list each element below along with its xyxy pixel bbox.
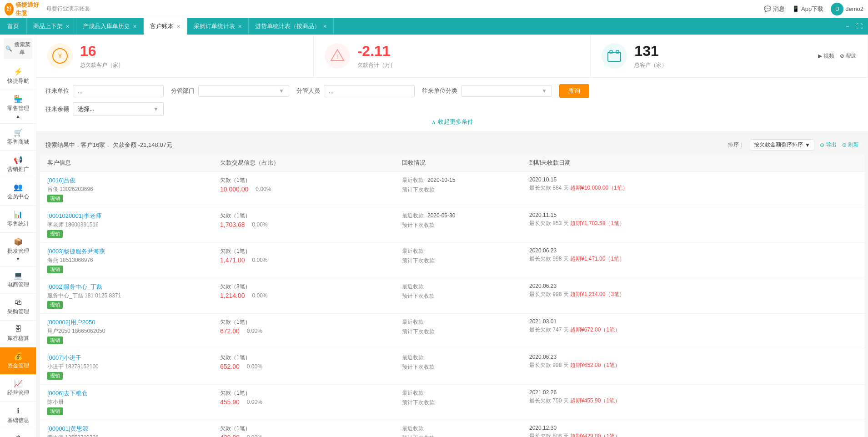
sidebar-item-ecommerce[interactable]: 💻 电商管理: [0, 266, 36, 294]
tabs-bar-right: － ⛶: [843, 21, 868, 31]
sidebar-item-operations[interactable]: 📈 经营管理: [0, 375, 36, 402]
th-due-date: 到期未收款日期: [529, 159, 857, 167]
sidebar-item-retail-mall[interactable]: 🛒 零售商城: [0, 124, 36, 151]
overdue-link-6[interactable]: 超期¥652.00（1笔）: [570, 362, 620, 368]
sidebar-item-inventory[interactable]: 🗄 库存核算: [0, 321, 36, 347]
sidebar-item-basic-info[interactable]: ℹ 基础信息: [0, 402, 36, 429]
help-btn[interactable]: ⊘ 帮助: [840, 52, 857, 60]
overdue-link-5[interactable]: 超期¥672.00（1笔）: [570, 326, 620, 333]
customer-name-1[interactable]: [0016]吕俊: [47, 176, 220, 185]
result-bar: 搜索结果中，客户16家， 欠款金额 -21,148.07元 排序： 按欠款金额倒…: [36, 136, 868, 154]
recovery-6: 最近收款 预计下次收款: [402, 354, 529, 371]
tab-customer-account-close[interactable]: ✕: [176, 24, 181, 30]
stat-label-total-customers: 总客户（家）: [634, 61, 667, 69]
stat-card-debt-total: ! -2.11 欠款合计（万）: [314, 35, 591, 77]
sidebar-item-finance[interactable]: 💰 资金管理: [0, 347, 36, 375]
tabs-minimize[interactable]: －: [843, 21, 853, 31]
overdue-info-7: 最长欠款 750 天 超期¥455.90（1笔）: [529, 397, 857, 405]
stat-info-total-customers: 131 总客户（家）: [634, 43, 667, 69]
tab-products-close[interactable]: ✕: [65, 24, 70, 30]
next-label-8: 预计下次收款: [402, 434, 529, 437]
customer-name-2[interactable]: [0001020001]李老师: [47, 212, 220, 220]
table-row-7: [0006]去下粮仓 陈小册 现销 欠款（1笔） 455.90 0.00%: [40, 385, 864, 420]
tab-purchase-stats-close[interactable]: ✕: [323, 24, 327, 30]
message-btn[interactable]: 💬 消息: [764, 5, 785, 13]
debt-percent-8: 0.00%: [247, 434, 262, 437]
collapse-btn[interactable]: ∧ 收起更多条件: [431, 118, 473, 126]
top-bar-left: 好 畅捷通好生意 母婴行业演示账套: [5, 1, 90, 17]
tab-production-close[interactable]: ✕: [133, 24, 137, 30]
overdue-link-1[interactable]: 超期¥10,000.00（1笔）: [570, 185, 628, 191]
tabs-maximize[interactable]: ⛶: [854, 22, 864, 31]
customer-phone-2: 李老师 18600391516: [47, 221, 220, 229]
debt-percent-6: 0.00%: [247, 363, 262, 370]
customer-name-7[interactable]: [0006]去下粮仓: [47, 389, 220, 397]
sidebar-item-purchase[interactable]: 🛍 采购管理: [0, 294, 36, 321]
tab-purchase-order[interactable]: 采购订单统计表 ✕: [187, 18, 249, 35]
tab-products[interactable]: 商品上下架 ✕: [27, 18, 76, 35]
tab-customer-account-label: 客户账本: [150, 22, 174, 30]
filter-input-person[interactable]: ...: [324, 85, 415, 97]
tab-purchase-order-close[interactable]: ✕: [238, 24, 242, 30]
sidebar-search-btn[interactable]: 🔍 搜索菜单: [4, 38, 32, 59]
debt-row-8: 429.00 0.00%: [220, 434, 402, 437]
debt-info-3: 欠款（1笔） 1,471.00 0.00%: [220, 247, 402, 264]
video-help-btn[interactable]: ▶ 视频: [818, 52, 834, 60]
customer-name-6[interactable]: [0007]小进干: [47, 354, 220, 362]
filter-label-dept: 分管部门: [171, 87, 195, 95]
tab-production[interactable]: 产成品入库单历史 ✕: [76, 18, 144, 35]
sidebar-item-marketing-label: 营销推广: [7, 166, 29, 173]
debt-amount-3: 1,471.00: [220, 256, 245, 264]
sidebar-item-system[interactable]: ⚙ 系统管理: [0, 429, 36, 437]
sort-value: 按欠款金额倒序排序: [754, 141, 803, 149]
recovery-3: 最近收款 预计下次收款: [402, 247, 529, 265]
next-label-7: 预计下次收款: [402, 399, 529, 407]
customer-name-8[interactable]: [000001]黄思源: [47, 425, 220, 433]
overdue-info-3: 最长欠款 998 天 超期¥1,471.00（1笔）: [529, 255, 857, 263]
customer-name-4[interactable]: [0002]服务中心_丁磊: [47, 283, 220, 291]
sidebar-item-member[interactable]: 👥 会员中心: [0, 178, 36, 206]
customer-name-3[interactable]: [0003]畅捷服务尹海燕: [47, 247, 220, 256]
sidebar-item-retail-stats[interactable]: 📊 零售统计: [0, 206, 36, 233]
due-date-1: 2020.10.15: [529, 176, 857, 183]
sidebar-item-retail-mgmt[interactable]: 🏪 零售管理 ▲: [0, 90, 36, 124]
result-summary: 搜索结果中，客户16家， 欠款金额 -21,148.07元: [45, 141, 172, 149]
customer-name-5[interactable]: [000002]用户2050: [47, 318, 220, 326]
filter-input-unit[interactable]: ...: [73, 85, 164, 97]
customer-info-2: [0001020001]李老师 李老师 18600391516 现销: [47, 212, 220, 238]
table-row: [0002]服务中心_丁磊 服务中心_丁磊 181 0125 8371 现销 欠…: [40, 278, 864, 314]
overdue-info-5: 最长欠款 747 天 超期¥672.00（1笔）: [529, 326, 857, 334]
app-download-btn[interactable]: 📱 App下载: [792, 5, 823, 13]
tab-home[interactable]: 首页: [0, 18, 27, 35]
overdue-link-8[interactable]: 超期¥429.00（1笔）: [570, 433, 620, 437]
tab-purchase-stats[interactable]: 进货单统计表（按商品） ✕: [249, 18, 334, 35]
sidebar-item-marketing[interactable]: 📢 营销推广: [0, 151, 36, 178]
stat-value-debt-customers: 16: [80, 43, 124, 60]
overdue-info-2: 最长欠款 853 天 超期¥1,703.68（1笔）: [529, 220, 857, 227]
overdue-link-2[interactable]: 超期¥1,703.68（1笔）: [570, 220, 625, 226]
overdue-link-3[interactable]: 超期¥1,471.00（1笔）: [570, 256, 625, 262]
sort-select[interactable]: 按欠款金额倒序排序 ▼: [750, 139, 814, 151]
sidebar-item-operations-label: 经营管理: [7, 389, 29, 397]
tabs-bar: 首页 商品上下架 ✕ 产成品入库单历史 ✕ 客户账本 ✕ 采购订单统计表 ✕ 进…: [0, 18, 868, 35]
overdue-link-7[interactable]: 超期¥455.90（1笔）: [570, 397, 620, 404]
refresh-btn[interactable]: ⊙ 刷新: [842, 141, 859, 149]
due-6: 2020.06.23 最长欠款 998 天 超期¥652.00（1笔）: [529, 354, 857, 369]
recovery-5: 最近收款 预计下次收款: [402, 318, 529, 336]
filter-select-balance[interactable]: 选择... ▼: [73, 102, 164, 116]
recovery-2: 最近收款2020-06-30 预计下次收款: [402, 212, 529, 229]
filter-select-category[interactable]: ▼: [461, 85, 552, 97]
export-btn[interactable]: ⊙ 导出: [820, 141, 837, 149]
overdue-link-4[interactable]: 超期¥1,214.00（3笔）: [570, 291, 625, 297]
purchase-icon: 🛍: [15, 298, 22, 306]
tab-customer-account[interactable]: 客户账本 ✕: [144, 18, 187, 35]
user-menu[interactable]: D demo2: [831, 3, 863, 15]
search-button[interactable]: 查询: [559, 84, 589, 98]
filter-select-dept[interactable]: ▼: [198, 85, 289, 97]
stat-card-total-customers: 131 总客户（家） ▶ 视频 ⊘ 帮助: [591, 35, 868, 77]
filter-item-person: 分管人员 ...: [296, 85, 415, 97]
sidebar-item-wholesale[interactable]: 📦 批发管理 ▼: [0, 233, 36, 266]
customer-info-4: [0002]服务中心_丁磊 服务中心_丁磊 181 0125 8371 现销: [47, 283, 220, 309]
sidebar-item-quick-nav[interactable]: ⚡ 快捷导航: [0, 63, 36, 90]
sidebar-item-finance-label: 资金管理: [7, 362, 29, 370]
